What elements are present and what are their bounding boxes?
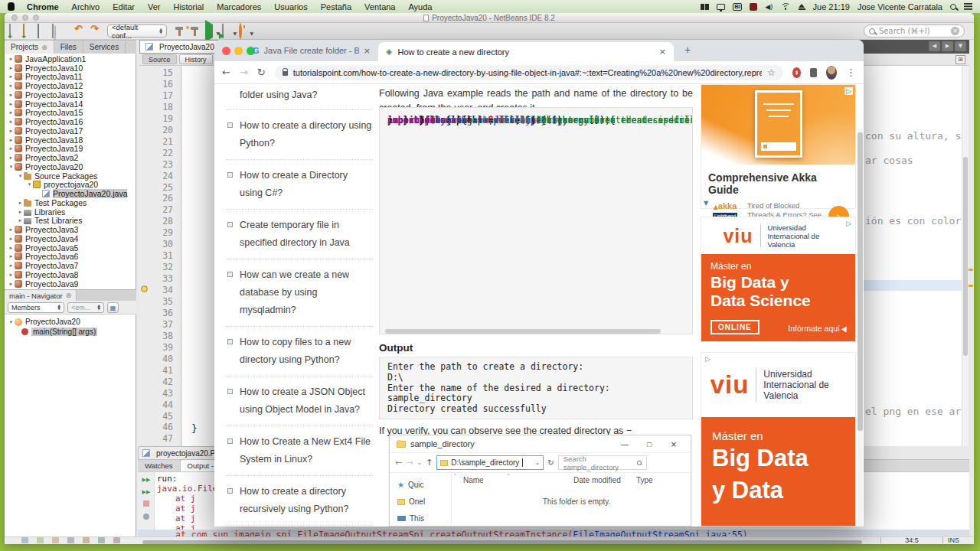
settings-icon[interactable] bbox=[141, 514, 152, 523]
wifi-icon[interactable] bbox=[781, 3, 791, 11]
menu-marcadores[interactable]: Marcadores bbox=[217, 2, 261, 11]
tree-item-proyectojava19[interactable]: ▸ProyectoJava19 bbox=[5, 145, 136, 154]
tab-services[interactable]: Services bbox=[83, 41, 126, 54]
tree-expand-icon[interactable]: ▸ bbox=[8, 145, 15, 152]
bottom-file-tab[interactable]: proyectojava20.P bbox=[138, 446, 220, 459]
menubar-clock[interactable]: Jue 21:19 bbox=[813, 2, 850, 11]
navigator-class-node[interactable]: ▾ProyectoJava20 bbox=[5, 317, 136, 327]
navigator-view-button[interactable]: ▦ bbox=[107, 302, 119, 313]
sidebar-link[interactable]: How to copy files to a new directory usi… bbox=[226, 327, 373, 377]
menu-ventana[interactable]: Ventana bbox=[364, 2, 395, 11]
source-view-button[interactable]: Source bbox=[142, 54, 177, 64]
error-stripe-mark[interactable] bbox=[969, 269, 973, 271]
tab-navigator[interactable]: main - Navigator⊗ bbox=[5, 290, 77, 301]
console-hscrollbar-thumb[interactable] bbox=[142, 540, 862, 544]
adchoices-icon[interactable]: ▷ bbox=[704, 355, 712, 363]
recording-app-icon[interactable] bbox=[750, 3, 757, 11]
tree-expand-icon[interactable]: ▸ bbox=[17, 217, 24, 223]
chrome-menu-icon[interactable]: ⋮ bbox=[846, 67, 856, 78]
tab-tutorialspoint[interactable]: ◈ How to create a new directory × bbox=[378, 42, 674, 61]
tree-expand-icon[interactable]: ▾ bbox=[26, 181, 33, 187]
bi-status-icon[interactable]: BI bbox=[733, 3, 742, 11]
chrome-minimize-button[interactable] bbox=[234, 47, 243, 55]
tree-item-libraries[interactable]: ▸Libraries bbox=[5, 207, 136, 217]
code-hscrollbar-thumb[interactable] bbox=[385, 329, 661, 334]
tree-item-proyectojava7[interactable]: ▸ProyectoJava7 bbox=[5, 261, 136, 270]
tab-close-icon[interactable]: × bbox=[364, 46, 371, 56]
tree-item-proyectojava9[interactable]: ▸ProyectoJava9 bbox=[5, 279, 136, 289]
tree-item-proyectojava15[interactable]: ▸ProyectoJava15 bbox=[5, 109, 136, 118]
tab-projects[interactable]: Projects⊗ bbox=[5, 41, 54, 54]
address-bar[interactable]: tutorialspoint.com/how-to-create-a-new-d… bbox=[275, 65, 783, 80]
sidebar-link[interactable]: How to create a directory using Python? bbox=[226, 110, 373, 160]
menu-editar[interactable]: Editar bbox=[113, 2, 135, 11]
reload-button[interactable]: ↻ bbox=[257, 67, 266, 78]
tree-item-proyectojava13[interactable]: ▸ProyectoJava13 bbox=[5, 90, 136, 99]
tree-expand-icon[interactable]: ▸ bbox=[8, 262, 15, 269]
tab-list-icon[interactable]: ▼ bbox=[955, 41, 966, 51]
tree-expand-icon[interactable]: ▸ bbox=[17, 200, 24, 206]
secure-lock-icon[interactable] bbox=[283, 71, 288, 76]
sidebar-link[interactable]: Create temporary file in specified direc… bbox=[226, 210, 373, 259]
adblock-extension-icon[interactable] bbox=[792, 67, 801, 78]
status-mini-icon[interactable] bbox=[83, 537, 90, 543]
search-clear-icon[interactable]: × bbox=[951, 27, 959, 35]
tree-item-proyectojava20.java[interactable]: ProyectoJava20.java bbox=[5, 189, 136, 198]
menu-archivo[interactable]: Archivo bbox=[72, 2, 100, 11]
viu-ad-2[interactable]: ▷ viu Universidad Internacional de Valen… bbox=[701, 352, 856, 527]
ide-search-input[interactable]: Search (⌘+I) × bbox=[864, 24, 965, 37]
menu-ver[interactable]: Ver bbox=[148, 2, 161, 11]
tree-item-proyectojava12[interactable]: ▸ProyectoJava12 bbox=[5, 81, 136, 90]
tab-scroll-left-icon[interactable]: ◀ bbox=[929, 41, 940, 51]
profile-button[interactable]: ▼ bbox=[239, 24, 252, 37]
menu-usuarios[interactable]: Usuarios bbox=[274, 2, 307, 11]
volume-icon[interactable]: ◀) bbox=[765, 3, 773, 11]
adchoices-icon[interactable]: ▷ bbox=[844, 220, 853, 227]
tree-item-proyectojava18[interactable]: ▸ProyectoJava18 bbox=[5, 135, 136, 145]
tab-watches[interactable]: Watches bbox=[138, 460, 181, 471]
tree-item-proyectojava5[interactable]: ▸ProyectoJava5 bbox=[5, 243, 136, 253]
error-stripe-mark[interactable] bbox=[969, 285, 973, 287]
clean-build-button[interactable] bbox=[189, 24, 202, 37]
tree-item-proyectojava17[interactable]: ▸ProyectoJava17 bbox=[5, 126, 136, 135]
tree-expand-icon[interactable]: ▸ bbox=[8, 137, 15, 143]
tab-close-icon[interactable]: × bbox=[659, 47, 666, 57]
tree-expand-icon[interactable]: ▸ bbox=[8, 253, 15, 259]
tree-expand-icon[interactable]: ▸ bbox=[8, 128, 15, 134]
stop-icon[interactable] bbox=[141, 500, 152, 510]
status-mini-icon[interactable] bbox=[52, 537, 59, 543]
debug-button[interactable]: ▼ bbox=[222, 24, 235, 37]
tree-item-proyectojava3[interactable]: ▸ProyectoJava3 bbox=[5, 225, 136, 234]
extension-puzzle-icon[interactable] bbox=[810, 68, 817, 77]
tab-google-search[interactable]: G Java File create folder - Busca × bbox=[247, 40, 377, 61]
editor-scrollbar-thumb[interactable] bbox=[963, 157, 968, 356]
tree-expand-icon[interactable]: ▸ bbox=[8, 227, 15, 233]
tree-expand-icon[interactable]: ▸ bbox=[8, 245, 15, 251]
tree-expand-icon[interactable]: ▸ bbox=[8, 109, 15, 116]
menu-pestaña[interactable]: Pestaña bbox=[321, 2, 351, 11]
sidebar-link-partial[interactable]: folder using Java? bbox=[226, 84, 373, 110]
adchoices-icon[interactable]: ▷ bbox=[844, 87, 853, 95]
menu-ayuda[interactable]: Ayuda bbox=[408, 2, 432, 11]
split-editor-icon[interactable]: ⊞ bbox=[956, 55, 965, 64]
editor-scrollbar[interactable] bbox=[962, 66, 969, 446]
tree-expand-icon[interactable]: ▾ bbox=[17, 173, 24, 179]
tree-item-test libraries[interactable]: ▸Test Libraries bbox=[5, 217, 136, 226]
tab-scroll-right-icon[interactable]: ▶ bbox=[942, 41, 953, 51]
tree-expand-icon[interactable]: ▸ bbox=[8, 236, 15, 242]
tree-expand-icon[interactable]: ▾ bbox=[8, 164, 15, 170]
tree-item-proyectojava20[interactable]: ▾proyectojava20 bbox=[5, 181, 136, 190]
history-view-button[interactable]: History bbox=[179, 54, 213, 64]
config-combobox[interactable]: <default conf...▲▼ bbox=[107, 24, 167, 37]
tree-expand-icon[interactable]: ▸ bbox=[8, 65, 15, 71]
sidebar-link[interactable]: How to Create a New Ext4 File System in … bbox=[226, 426, 373, 476]
tab-files[interactable]: Files bbox=[54, 41, 83, 54]
tree-item-source packages[interactable]: ▾Source Packages bbox=[5, 171, 136, 181]
save-all-button[interactable] bbox=[38, 24, 51, 37]
notification-center-icon[interactable] bbox=[964, 3, 972, 10]
navigator-method-node[interactable]: main(String[] args) bbox=[5, 327, 136, 337]
akka-ad[interactable]: ▷ Comprehensive Akka Guide ▲akka Lightbe… bbox=[701, 84, 856, 209]
tree-expand-icon[interactable]: ▸ bbox=[8, 281, 15, 287]
run-button[interactable]: ▼ bbox=[205, 24, 218, 37]
mission-control-icon[interactable] bbox=[701, 4, 709, 10]
